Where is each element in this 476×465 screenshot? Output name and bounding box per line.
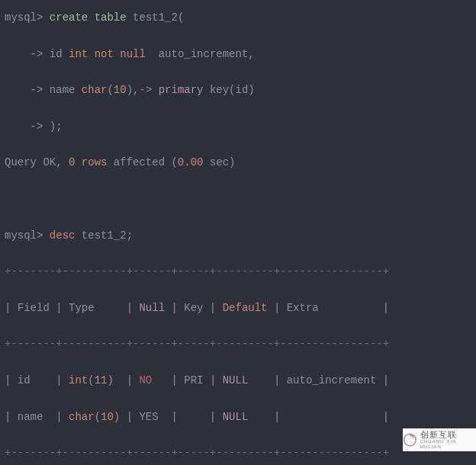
text: | Key | xyxy=(165,302,223,314)
number: 11 xyxy=(95,374,108,386)
code-line-desc: mysql> desc test1_2; xyxy=(5,229,471,244)
paren: ),-> xyxy=(127,84,153,96)
text: auto_increment, xyxy=(146,48,255,60)
code-line-create-4: -> ); xyxy=(5,120,471,135)
paren: ( xyxy=(88,374,94,386)
value-null: NULL xyxy=(223,374,249,386)
text: Query OK, xyxy=(5,156,69,168)
value-null: NULL xyxy=(223,411,249,423)
number: 10 xyxy=(114,84,127,96)
number: 0.00 xyxy=(178,156,204,168)
text: sec) xyxy=(203,156,235,168)
value-no: NO xyxy=(139,374,152,386)
cont-prompt: -> xyxy=(5,84,43,96)
keyword-rows: rows xyxy=(82,156,108,168)
text: | name | xyxy=(5,411,69,423)
text: | Field | Type | xyxy=(5,302,139,314)
header-default: Default xyxy=(223,302,268,314)
watermark-brand-cn: 创新互联 xyxy=(420,430,476,439)
watermark-icon xyxy=(403,432,417,447)
table-divider: +-------+----------+------+-----+-------… xyxy=(5,446,471,461)
text: ); xyxy=(50,120,63,133)
text: | id | xyxy=(5,374,69,386)
paren: ( xyxy=(95,411,101,423)
prompt: mysql> xyxy=(5,229,43,242)
code-line-create-1: mysql> create table test1_2( xyxy=(5,11,471,26)
code-line-create-3: -> name char(10),-> primary key(id) xyxy=(5,83,471,98)
watermark-badge: 创新互联 CHUANG XIN HULIAN xyxy=(403,428,476,451)
type: char xyxy=(69,411,95,423)
text: | Extra | xyxy=(267,302,389,314)
paren: ) xyxy=(107,374,113,386)
text: key(id) xyxy=(204,84,255,96)
text: | YES | | xyxy=(120,411,222,423)
keyword-null: null xyxy=(120,48,146,60)
query-ok-line: Query OK, 0 rows affected (0.00 sec) xyxy=(5,156,471,171)
table-divider: +-------+----------+------+-----+-------… xyxy=(5,265,471,280)
identifier: test1_2( xyxy=(133,11,184,24)
column-name: name xyxy=(50,84,76,96)
column-name: id xyxy=(50,48,63,60)
cont-prompt: -> xyxy=(5,48,43,60)
text: affected ( xyxy=(107,156,177,168)
header-null: Null xyxy=(139,302,165,314)
type: int xyxy=(69,374,88,386)
table-row: | name | char(10) | YES | | NULL | | xyxy=(5,410,471,425)
table-divider: +-------+----------+------+-----+-------… xyxy=(5,337,471,352)
identifier: test1_2; xyxy=(82,229,133,242)
text: | auto_increment | xyxy=(248,374,389,386)
keyword-primary: primary xyxy=(159,84,204,96)
watermark-text: 创新互联 CHUANG XIN HULIAN xyxy=(420,430,476,449)
number: 10 xyxy=(101,411,114,423)
keyword-not: not xyxy=(95,48,114,60)
code-line-create-2: -> id int not null auto_increment, xyxy=(5,47,471,63)
paren: ) xyxy=(114,411,120,423)
text: | PRI | xyxy=(152,374,222,386)
cont-prompt: -> xyxy=(5,120,43,133)
table-header: | Field | Type | Null | Key | Default | … xyxy=(5,301,471,316)
blank-line xyxy=(5,192,471,207)
paren: ( xyxy=(107,84,113,96)
keyword-create: create xyxy=(50,11,88,24)
prompt: mysql> xyxy=(5,11,43,24)
type-char: char xyxy=(82,84,108,96)
text: | | xyxy=(248,411,389,423)
keyword-table: table xyxy=(95,11,127,24)
watermark-line1: CHUANG XIN HULIAN xyxy=(420,439,476,449)
text: | xyxy=(114,374,140,386)
table-row: | id | int(11) | NO | PRI | NULL | auto_… xyxy=(5,374,471,389)
keyword-desc: desc xyxy=(50,229,76,242)
type-int: int xyxy=(69,48,88,60)
